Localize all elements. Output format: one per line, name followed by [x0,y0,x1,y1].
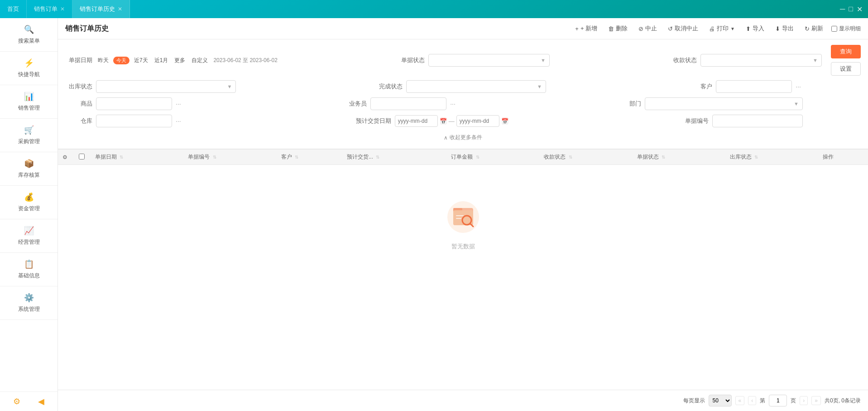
page-title: 销售订单历史 [65,24,572,34]
order-status-dropdown[interactable]: ▼ [428,54,550,67]
date-option-1month[interactable]: 近1月 [153,56,170,65]
search-icon: 🔍 [24,24,34,34]
tab-sales-order-history-close[interactable]: ✕ [118,6,122,12]
col-header-order-status: 单据状态 ⇅ [633,150,725,165]
customer-field: ··· [716,80,803,93]
select-all-checkbox[interactable] [79,154,85,160]
sidebar-collapse-button[interactable]: ◀ [38,396,44,406]
date-option-today[interactable]: 今天 [113,57,129,64]
collapse-filter-button[interactable]: ∧ 收起更多条件 [65,132,861,143]
operations-icon: 📈 [24,226,34,236]
sidebar-item-finance[interactable]: 💰 资金管理 [0,186,58,219]
delivery-date-start-calendar-icon[interactable]: 📅 [440,118,447,125]
delivery-date-start[interactable] [395,115,438,127]
sort-amount-icon[interactable]: ⇅ [476,155,480,160]
salesperson-input[interactable] [370,97,446,110]
page-size-label: 每页显示 [683,397,705,405]
date-option-7days[interactable]: 近7天 [132,56,150,65]
sort-delivery-icon[interactable]: ⇅ [376,155,379,160]
last-page-button[interactable]: » [811,396,821,405]
maximize-button[interactable]: □ [849,5,853,13]
date-option-more[interactable]: 更多 [173,56,187,65]
cancel-stop-button[interactable]: ↺ 取消中止 [665,23,701,34]
tab-sales-order[interactable]: 销售订单 ✕ [27,0,72,18]
department-dropdown[interactable]: ▼ [645,97,803,110]
sidebar-item-sales-mgmt[interactable]: 📊 销售管理 [0,85,58,119]
tab-sales-order-history[interactable]: 销售订单历史 ✕ [72,0,130,18]
first-page-button[interactable]: « [735,396,745,405]
sidebar-item-purchase-mgmt[interactable]: 🛒 采购管理 [0,119,58,152]
print-arrow-icon: ▼ [730,26,735,31]
table-body: 暂无数据 [58,165,868,260]
cancel-stop-icon: ↺ [668,25,673,32]
customer-input[interactable] [716,80,792,93]
sort-out-status-icon[interactable]: ⇅ [754,155,758,160]
col-header-number: 单据编号 ⇅ [183,150,276,165]
order-number-input[interactable] [712,115,803,127]
sidebar-settings-button[interactable]: ⚙ [13,396,20,406]
sidebar-item-operations[interactable]: 📈 经营管理 [0,219,58,253]
query-button[interactable]: 查询 [831,45,861,58]
prev-page-button[interactable]: ‹ [748,396,756,405]
sidebar-item-inventory[interactable]: 📦 库存核算 [0,152,58,186]
basic-info-icon: 📋 [24,259,34,269]
refresh-button[interactable]: ↻ 刷新 [802,23,826,34]
customer-ellipsis-button[interactable]: ··· [794,83,803,90]
display-detail-input[interactable] [831,26,837,32]
stop-button[interactable]: ⊘ 中止 [636,23,660,34]
import-button[interactable]: ⬆ 导入 [743,23,767,34]
payment-status-arrow-icon: ▼ [813,58,818,63]
product-field: ··· [96,97,183,110]
delivery-date-end[interactable] [456,115,499,127]
warehouse-input[interactable] [96,115,172,127]
product-input[interactable] [96,97,172,110]
display-detail-checkbox[interactable]: 显示明细 [831,25,861,33]
tab-home[interactable]: 首页 [0,0,27,18]
page-input[interactable] [769,395,787,406]
sort-payment-status-icon[interactable]: ⇅ [569,155,572,160]
sidebar-item-operations-label: 经营管理 [18,238,40,246]
payment-status-dropdown[interactable]: ▼ [700,54,822,67]
product-ellipsis-button[interactable]: ··· [174,100,183,107]
export-button[interactable]: ⬇ 导出 [772,23,796,34]
sort-number-icon[interactable]: ⇅ [213,155,216,160]
sort-order-status-icon[interactable]: ⇅ [662,155,665,160]
delete-button[interactable]: 🗑 删除 [605,23,630,34]
content-area: 销售订单历史 + + 新增 🗑 删除 ⊘ 中止 ↺ 取消中止 [58,18,868,411]
tab-sales-order-close[interactable]: ✕ [60,6,65,12]
sidebar-item-basic-info[interactable]: 📋 基础信息 [0,253,58,286]
page-input-label: 第 [760,397,765,405]
pagination: 每页显示 50 100 200 « ‹ 第 页 › » 共0页, 0条记录 [58,390,868,411]
date-option-yesterday[interactable]: 昨天 [96,56,110,65]
delete-icon: 🗑 [608,25,614,32]
minimize-button[interactable]: ─ [840,5,845,13]
salesperson-ellipsis-button[interactable]: ··· [448,100,457,107]
filter-product-label: 商品 [65,100,92,108]
out-status-dropdown[interactable]: ▼ [96,80,236,93]
table-settings-icon[interactable]: ⚙ [62,154,67,160]
filter-payment-status-label: 收款状态 [670,56,697,64]
page-size-select[interactable]: 50 100 200 [709,395,732,406]
settings-button[interactable]: 设置 [831,62,861,76]
sidebar-item-search[interactable]: 🔍 搜索菜单 [0,18,58,52]
complete-status-dropdown[interactable]: ▼ [406,80,546,93]
sort-customer-icon[interactable]: ⇅ [295,155,298,160]
col-header-delivery: 预计交货... ⇅ [342,150,446,165]
date-option-custom[interactable]: 自定义 [190,56,210,65]
sidebar-item-sys-mgmt[interactable]: ⚙️ 系统管理 [0,286,58,320]
warehouse-ellipsis-button[interactable]: ··· [174,117,183,125]
quick-nav-icon: ⚡ [24,58,34,68]
col-header-payment-status: 收款状态 ⇅ [539,150,632,165]
col-header-checkbox [74,150,91,165]
table-header: ⚙ 单据日期 ⇅ 单据编号 ⇅ [58,150,868,165]
delivery-date-end-calendar-icon[interactable]: 📅 [501,118,508,125]
print-button[interactable]: 🖨 打印 ▼ [706,23,738,34]
sidebar-search-label: 搜索菜单 [18,37,40,45]
filter-delivery-date-label: 预计交货日期 [356,117,391,125]
sort-date-icon[interactable]: ⇅ [120,155,123,160]
new-button[interactable]: + + 新增 [572,23,600,34]
close-window-button[interactable]: ✕ [857,5,863,14]
sidebar-item-quick-nav[interactable]: ⚡ 快捷导航 [0,52,58,85]
page-label: 页 [791,397,796,405]
next-page-button[interactable]: › [800,396,808,405]
